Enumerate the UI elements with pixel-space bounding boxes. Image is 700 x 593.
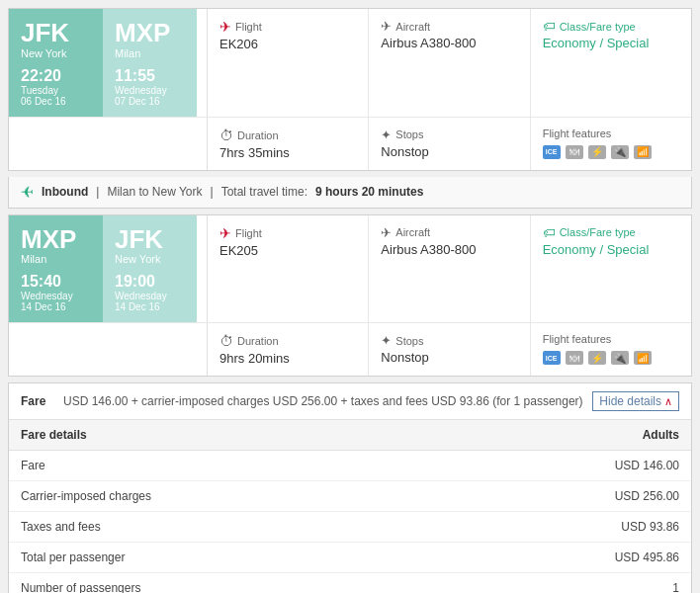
inbound-banner: ✈ Inbound | Milan to New York | Total tr… [8,177,692,209]
inbound-faretype-label: 🏷 Class/Fare type [543,225,679,240]
outbound-depart-date: 06 Dec 16 [21,96,91,107]
fare-row-label: Total per passenger [9,543,424,573]
ice-icon2: ICE [543,351,561,365]
inbound-arrive-date: 14 Dec 16 [115,301,185,312]
inbound-arrive-code: JFK [115,225,185,254]
emirates-icon: ✈ [219,19,231,35]
outbound-stops-label: ✦ Stops [381,127,517,142]
outbound-aircraft-label: ✈ Aircraft [381,19,517,34]
fare-table-row: Carrier-imposed charges USD 256.00 [9,481,691,512]
inbound-depart-date: 14 Dec 16 [21,301,91,312]
power-icon2: 🔌 [611,351,629,365]
fare-row-label: Number of passengers [9,573,424,593]
inbound-depart-code: MXP [21,225,91,254]
inbound-spacer [9,323,207,376]
outbound-dep-arr: JFK New York 22:20 Tuesday 06 Dec 16 MXP… [9,9,207,117]
inbound-arrive-day: Wednesday [115,291,185,301]
inbound-label: Inbound [42,185,88,199]
tag-icon2: 🏷 [543,225,556,240]
outbound-depart-time: 22:20 [21,67,91,85]
fare-row-value: USD 93.86 [424,512,691,543]
outbound-arrive-code: MXP [115,19,185,47]
inbound-features-icons: ICE 🍽 ⚡ 🔌 📶 [543,351,679,365]
fare-col2-header: Adults [424,420,691,451]
inbound-separator: | [96,185,99,199]
inbound-second-row: ⏱ Duration 9hrs 20mins ✦ Stops Nonstop F… [9,322,691,376]
outbound-arrive-day: Wednesday [115,85,185,96]
meal-icon2: 🍽 [566,351,583,365]
outbound-arrive-date: 07 Dec 16 [115,96,185,107]
outbound-duration-label: ⏱ Duration [219,127,356,143]
stops-icon2: ✦ [381,333,392,348]
fare-table-row: Total per passenger USD 495.86 [9,543,691,573]
outbound-spacer [9,118,207,170]
fare-row-label: Taxes and fees [9,512,424,543]
chevron-up-icon: ∧ [664,395,672,408]
clock-icon: ⏱ [219,127,233,143]
fare-row-label: Fare [9,451,424,481]
inbound-duration-col: ⏱ Duration 9hrs 20mins [208,323,369,376]
outbound-aircraft-col: ✈ Aircraft Airbus A380-800 [369,9,530,117]
outbound-faretype-label: 🏷 Class/Fare type [543,19,679,34]
outbound-features-icons: ICE 🍽 ⚡ 🔌 📶 [543,145,679,159]
inbound-dep-arr: MXP Milan 15:40 Wednesday 14 Dec 16 JFK … [9,215,207,323]
outbound-arrive-time: 11:55 [115,67,185,85]
inbound-duration-label: ⏱ Duration [219,333,356,349]
outbound-second-row: ⏱ Duration 7hrs 35mins ✦ Stops Nonstop [9,117,691,170]
meal-icon: 🍽 [566,145,583,159]
inbound-arrive-col: JFK New York 19:00 Wednesday 14 Dec 16 [103,215,197,323]
inbound-flight-number: EK205 [219,243,356,258]
inbound-aircraft-col: ✈ Aircraft Airbus A380-800 [369,215,530,323]
inbound-stops-label: ✦ Stops [381,333,517,348]
fare-section: Fare USD 146.00 + carrier-imposed charge… [8,382,692,593]
inbound-lower-details: ⏱ Duration 9hrs 20mins ✦ Stops Nonstop F… [207,323,691,376]
inbound-flight-label: ✈ Flight [219,225,356,241]
fare-summary: USD 146.00 + carrier-imposed charges USD… [63,394,584,408]
tag-icon: 🏷 [543,19,556,34]
outbound-flight-card: JFK New York 22:20 Tuesday 06 Dec 16 MXP… [8,8,692,171]
fare-row-value: 1 [424,573,691,593]
fare-header: Fare USD 146.00 + carrier-imposed charge… [9,383,691,420]
hide-details-label: Hide details [599,394,661,408]
inbound-stops: Nonstop [381,350,517,365]
inbound-depart-city: Milan [21,253,91,265]
outbound-depart-code: JFK [21,19,91,47]
inbound-arrive-time: 19:00 [115,273,185,291]
inbound-depart-day: Wednesday [21,291,91,301]
outbound-arrive-city: Milan [115,47,185,59]
fare-table-body: Fare USD 146.00 Carrier-imposed charges … [9,451,691,593]
inbound-faretype: Economy / Special [543,242,679,257]
outbound-arrive-col: MXP Milan 11:55 Wednesday 07 Dec 16 [103,9,197,117]
aircraft-icon: ✈ [381,19,392,34]
outbound-faretype-col: 🏷 Class/Fare type Economy / Special [531,9,691,117]
outbound-duration: 7hrs 35mins [219,145,356,160]
outbound-lower-details: ⏱ Duration 7hrs 35mins ✦ Stops Nonstop [207,118,691,170]
outbound-stops: Nonstop [381,144,517,159]
fare-label: Fare [21,394,55,408]
ice-icon: ICE [543,145,561,159]
fare-row-value: USD 495.86 [424,543,691,573]
fare-table-row: Fare USD 146.00 [9,451,691,481]
outbound-flight-label: ✈ Flight [219,19,356,35]
inbound-arrive-city: New York [115,253,185,265]
inbound-route: Milan to New York [107,185,202,199]
inbound-separator2: | [211,185,214,199]
inbound-travel-time: 9 hours 20 minutes [315,185,423,199]
fare-table-header-row: Fare details Adults [9,420,691,451]
usb-icon: ⚡ [588,145,606,159]
inbound-travel-label: Total travel time: [221,185,307,199]
inbound-stops-col: ✦ Stops Nonstop [369,323,530,376]
inbound-aircraft-label: ✈ Aircraft [381,225,517,240]
fare-table-row: Taxes and fees USD 93.86 [9,512,691,543]
inbound-card-main: MXP Milan 15:40 Wednesday 14 Dec 16 JFK … [9,215,691,323]
inbound-flight-details: ✈ Flight EK205 ✈ Aircraft Airbus A380-80… [207,215,691,323]
hide-details-button[interactable]: Hide details ∧ [592,391,679,411]
inbound-flight-col: ✈ Flight EK205 [208,215,369,323]
outbound-depart-city: New York [21,47,91,59]
outbound-depart-day: Tuesday [21,85,91,96]
wifi-icon2: 📶 [634,351,652,365]
inbound-aircraft: Airbus A380-800 [381,242,517,257]
power-icon: 🔌 [611,145,629,159]
outbound-flight-number: EK206 [219,37,356,51]
emirates-icon2: ✈ [219,225,231,241]
